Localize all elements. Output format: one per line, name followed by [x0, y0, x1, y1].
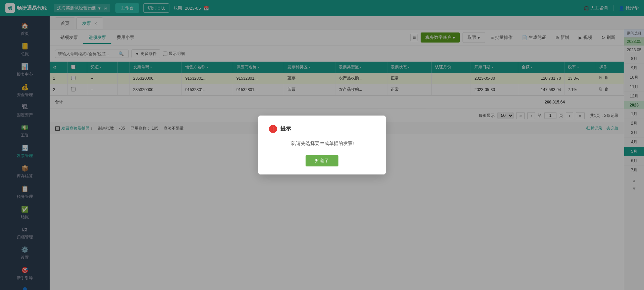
modal-confirm-button[interactable]: 知道了 [306, 155, 338, 166]
modal-message: 亲,请先选择要生成单据的发票! [290, 141, 354, 146]
modal-warning-icon: ! [269, 125, 277, 133]
modal-title-row: ! 提示 [269, 125, 375, 133]
modal-title: 提示 [280, 125, 291, 132]
modal-box: ! 提示 亲,请先选择要生成单据的发票! 知道了 [258, 116, 386, 174]
modal-overlay: ! 提示 亲,请先选择要生成单据的发票! 知道了 [0, 0, 644, 290]
modal-footer: 知道了 [269, 155, 375, 166]
modal-body: 亲,请先选择要生成单据的发票! [269, 140, 375, 147]
